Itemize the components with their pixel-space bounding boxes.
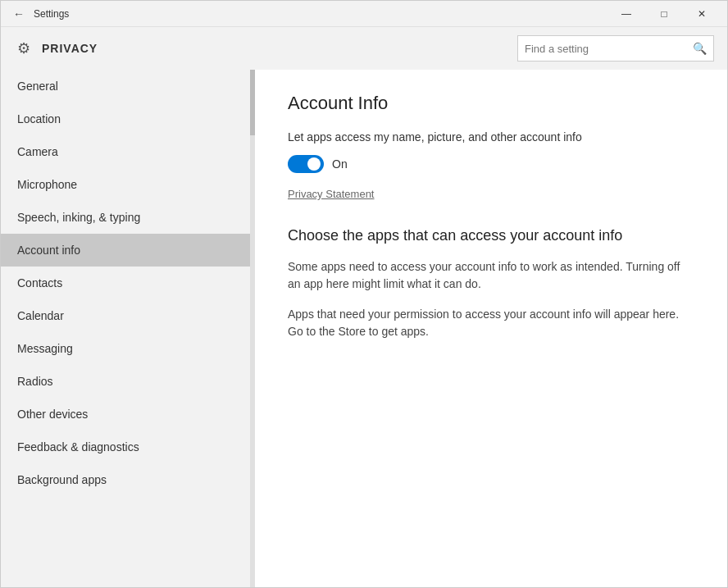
sidebar-item-other-devices[interactable]: Other devices bbox=[1, 398, 255, 431]
sidebar-item-microphone[interactable]: Microphone bbox=[1, 168, 255, 201]
scroll-thumb bbox=[250, 70, 255, 135]
sidebar-item-general[interactable]: General bbox=[1, 70, 255, 103]
toggle-state-label: On bbox=[332, 157, 348, 171]
sidebar-item-speech[interactable]: Speech, inking, & typing bbox=[1, 201, 255, 234]
section1-title: Account Info bbox=[288, 93, 694, 114]
info-text-2: Apps that need your permission to access… bbox=[288, 306, 694, 340]
app-title: PRIVACY bbox=[42, 42, 517, 55]
sidebar: General Location Camera Microphone Speec… bbox=[1, 70, 255, 587]
account-info-toggle[interactable] bbox=[288, 155, 324, 173]
privacy-icon: ⚙ bbox=[14, 39, 34, 58]
main-panel: Account Info Let apps access my name, pi… bbox=[255, 70, 727, 587]
close-button[interactable]: ✕ bbox=[683, 1, 721, 27]
maximize-button[interactable]: □ bbox=[645, 1, 683, 27]
titlebar: ← Settings — □ ✕ bbox=[1, 1, 727, 27]
toggle-row: On bbox=[288, 155, 694, 173]
search-box[interactable]: 🔍 bbox=[517, 35, 714, 62]
sidebar-item-background-apps[interactable]: Background apps bbox=[1, 463, 255, 496]
section2-title: Choose the apps that can access your acc… bbox=[288, 226, 694, 245]
sidebar-item-messaging[interactable]: Messaging bbox=[1, 332, 255, 365]
minimize-button[interactable]: — bbox=[607, 1, 645, 27]
sidebar-item-contacts[interactable]: Contacts bbox=[1, 267, 255, 299]
toggle-description: Let apps access my name, picture, and ot… bbox=[288, 130, 694, 144]
search-input[interactable] bbox=[525, 43, 693, 55]
search-icon[interactable]: 🔍 bbox=[693, 42, 707, 55]
settings-window: ← Settings — □ ✕ ⚙ PRIVACY 🔍 General Loc… bbox=[0, 0, 728, 588]
info-text-1: Some apps need to access your account in… bbox=[288, 258, 694, 293]
sidebar-item-camera[interactable]: Camera bbox=[1, 135, 255, 168]
sidebar-item-account-info[interactable]: Account info bbox=[1, 234, 255, 267]
window-title: Settings bbox=[34, 8, 607, 20]
toggle-thumb bbox=[307, 157, 321, 171]
sidebar-scrollbar[interactable] bbox=[250, 70, 255, 587]
privacy-statement-link[interactable]: Privacy Statement bbox=[288, 188, 375, 200]
content-area: General Location Camera Microphone Speec… bbox=[1, 70, 727, 587]
window-controls: — □ ✕ bbox=[607, 1, 721, 27]
sidebar-item-calendar[interactable]: Calendar bbox=[1, 299, 255, 332]
back-button[interactable]: ← bbox=[7, 2, 30, 25]
sidebar-item-radios[interactable]: Radios bbox=[1, 365, 255, 398]
app-header: ⚙ PRIVACY 🔍 bbox=[1, 27, 727, 70]
sidebar-item-location[interactable]: Location bbox=[1, 103, 255, 135]
sidebar-item-feedback[interactable]: Feedback & diagnostics bbox=[1, 431, 255, 463]
